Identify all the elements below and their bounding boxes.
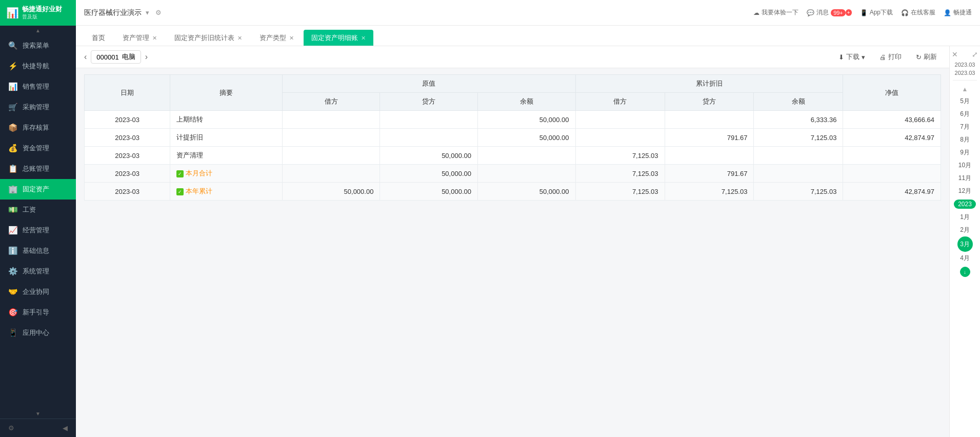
tab-asset-type-close[interactable]: ✕ [289,35,294,42]
collapse-icon[interactable]: ◀ [63,424,68,432]
payroll-icon: 💵 [8,205,17,214]
cell-summary[interactable]: ✓本月合计 [170,165,283,183]
guide-icon: 🎯 [8,308,17,317]
timeline-month-12[interactable]: 12月 [950,185,980,197]
sidebar-item-label: 工资 [23,205,36,214]
cell-orig-credit: 50,000.00 [380,147,478,165]
sidebar-item-search[interactable]: 🔍 搜索菜单 [0,35,76,56]
sidebar-item-cooperation[interactable]: 🤝 企业协同 [0,282,76,302]
sidebar-scroll-down[interactable]: ▼ [0,409,76,419]
messages-group[interactable]: 💬 消息 99+ + [807,8,852,17]
timeline-month-7[interactable]: 7月 [950,121,980,133]
timeline-month-3-active[interactable]: 3月 [957,236,973,252]
timeline-month-8[interactable]: 8月 [950,133,980,146]
sidebar-item-purchase[interactable]: 🛒 采购管理 [0,97,76,117]
cell-date: 2023-03 [85,129,170,147]
timeline-month-6[interactable]: 6月 [950,108,980,121]
plus-badge: + [846,9,852,16]
topbar-right: ☁ 我要体验一下 💬 消息 99+ + 📱 App下载 🎧 在线客服 👤 畅捷通 [753,8,972,17]
print-btn[interactable]: 🖨 打印 [875,50,906,64]
timeline-panel: ✕ ⤢ 2023.03 2023.03 ▲ 5月 6月 7月 8月 9月 10月… [949,46,980,437]
timeline-close-btn[interactable]: ✕ [952,50,958,58]
cell-date: 2023-03 [85,183,170,201]
app-download-group[interactable]: 📱 App下载 [860,8,893,17]
sidebar-item-quick-nav[interactable]: ⚡ 快捷导航 [0,56,76,76]
app-edition: 普及版 [22,13,62,21]
timeline-year-badge[interactable]: 2023 [954,200,976,209]
tab-asset-type[interactable]: 资产类型 ✕ [252,30,302,46]
summary-text: 上期结转 [176,115,203,123]
col-orig-debit: 借方 [282,93,380,111]
tab-home-label: 首页 [92,33,105,43]
sidebar-item-app-center[interactable]: 📱 应用中心 [0,323,76,343]
asset-code: 000001 [96,53,118,61]
download-btn[interactable]: ⬇ 下载 ▾ [834,50,869,64]
cell-date: 2023-03 [85,147,170,165]
tab-asset-detail-close[interactable]: ✕ [361,35,366,42]
sidebar-item-operations[interactable]: 📈 经营管理 [0,220,76,241]
tab-depreciation-stats[interactable]: 固定资产折旧统计表 ✕ [167,30,250,46]
tab-home[interactable]: 首页 [84,30,113,46]
sidebar-item-label: 总账管理 [23,164,49,173]
sidebar: 📊 畅捷通好业财 普及版 ▲ 🔍 搜索菜单 ⚡ 快捷导航 📊 销售管理 🛒 采购… [0,0,76,437]
tab-depreciation-stats-close[interactable]: ✕ [237,35,242,42]
sidebar-item-system[interactable]: ⚙️ 系统管理 [0,261,76,282]
tab-asset-mgmt[interactable]: 资产管理 ✕ [115,30,165,46]
cell-summary[interactable]: ✓本年累计 [170,183,283,201]
sidebar-item-guide[interactable]: 🎯 新手引导 [0,302,76,323]
customer-service-group[interactable]: 🎧 在线客服 [901,8,935,17]
sidebar-item-finance[interactable]: 💰 资金管理 [0,138,76,158]
timeline-down-btn[interactable]: ↓ [960,267,970,277]
cell-net-value: 43,666.64 [843,111,941,129]
message-icon: 💬 [807,9,814,16]
settings-icon[interactable]: ⚙ [8,424,14,432]
cell-orig-debit [282,165,380,183]
tab-asset-type-label: 资产类型 [259,33,286,43]
timeline-month-9[interactable]: 9月 [950,146,980,159]
experience-btn[interactable]: ☁ 我要体验一下 [753,8,798,17]
timeline-month-4[interactable]: 4月 [950,252,980,265]
refresh-label: 刷新 [924,52,937,62]
tabs-bar: 首页 资产管理 ✕ 固定资产折旧统计表 ✕ 资产类型 ✕ 固定资产明细账 ✕ [76,26,980,46]
refresh-btn[interactable]: ↻ 刷新 [912,50,941,64]
sidebar-item-label: 快捷导航 [23,62,49,71]
dropdown-icon[interactable]: ▾ [146,9,149,16]
timeline-month-2[interactable]: 2月 [950,224,980,236]
sidebar-item-label: 销售管理 [23,82,49,91]
cell-dep-debit [575,129,665,147]
timeline-expand-btn[interactable]: ⤢ [972,50,978,58]
sidebar-item-payroll[interactable]: 💵 工资 [0,200,76,220]
sidebar-item-inventory[interactable]: 📦 库存核算 [0,117,76,138]
col-dep-debit: 借方 [575,93,665,111]
user-group[interactable]: 👤 畅捷通 [944,8,972,17]
sidebar-item-basic-info[interactable]: ℹ️ 基础信息 [0,241,76,261]
sidebar-item-label: 资金管理 [23,144,49,153]
timeline-month-11[interactable]: 11月 [950,172,980,185]
prev-asset-btn[interactable]: ‹ [84,52,87,62]
cell-orig-debit: 50,000.00 [282,183,380,201]
settings-gear-icon[interactable]: ⚙ [155,9,162,16]
tab-asset-mgmt-close[interactable]: ✕ [152,35,157,42]
sidebar-item-fixed-assets[interactable]: 🏢 固定资产 [0,179,76,200]
sidebar-item-label: 应用中心 [23,328,49,337]
cell-net-value [843,165,941,183]
summary-label[interactable]: 本月合计 [186,169,212,177]
col-date: 日期 [85,75,170,111]
next-asset-btn[interactable]: › [145,52,148,62]
download-dropdown-icon: ▾ [862,53,865,61]
sidebar-scroll-up[interactable]: ▲ [0,26,76,35]
timeline-month-5[interactable]: 5月 [950,95,980,108]
cell-dep-credit: 791.67 [665,129,754,147]
timeline-top-sub: 2023.03 [955,69,975,77]
summary-icon: ✓ [176,170,184,177]
sidebar-item-sales[interactable]: 📊 销售管理 [0,76,76,97]
asset-selector[interactable]: 000001 电脑 [91,50,141,64]
tab-asset-detail[interactable]: 固定资产明细账 ✕ [304,30,373,46]
summary-label[interactable]: 本年累计 [186,187,212,195]
timeline-month-1[interactable]: 1月 [950,211,980,224]
table-row: 2023-03 上期结转 50,000.00 6,333.36 43,666.6… [85,111,941,129]
timeline-arrow-up[interactable]: ▲ [960,84,970,95]
timeline-month-10[interactable]: 10月 [950,159,980,172]
sidebar-item-ledger[interactable]: 📋 总账管理 [0,158,76,179]
nav-bar-left: ‹ 000001 电脑 › [84,50,148,64]
